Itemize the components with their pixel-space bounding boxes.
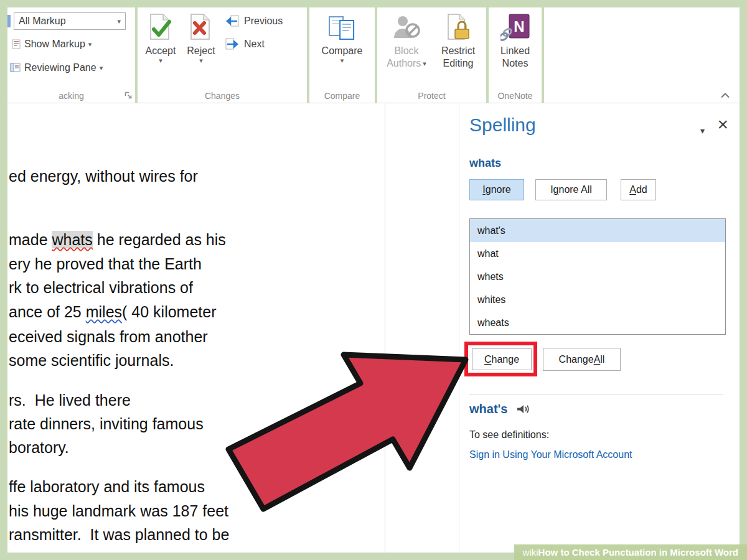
suggestion-item[interactable]: what's — [470, 219, 725, 242]
suggestion-item[interactable]: whites — [470, 288, 725, 311]
markup-view-value: All Markup — [19, 16, 66, 27]
document-line: ance of 25 miles( 40 kilometer — [9, 303, 217, 321]
document-line: some scientific journals. — [9, 352, 174, 370]
dialog-launcher-icon[interactable] — [124, 91, 133, 100]
suggestion-item[interactable]: what — [470, 242, 725, 265]
restrict-editing-label-line1: Restrict — [441, 45, 475, 57]
group-label-compare: Compare — [309, 91, 375, 101]
markup-view-row: All Markup ▾ — [7, 12, 126, 30]
reviewing-pane-button[interactable]: Reviewing Pane ▾ — [10, 62, 103, 73]
label-text: hange — [492, 354, 520, 365]
chevron-down-icon: ▾ — [423, 60, 426, 67]
text-segment: he regarded as his — [93, 231, 226, 248]
chevron-down-icon: ▾ — [199, 57, 203, 63]
linked-notes-button[interactable]: N Linked Notes — [500, 10, 530, 70]
ribbon-group-compare: Compare ▾ Compare — [309, 7, 375, 103]
chevron-down-icon: ▾ — [100, 65, 103, 71]
previous-next-column: Previous Next — [225, 12, 283, 53]
collapse-ribbon-icon[interactable] — [720, 92, 731, 99]
compare-button[interactable]: Compare ▾ — [322, 10, 363, 63]
restrict-editing-icon — [445, 10, 471, 45]
grammar-flagged-word[interactable]: miles — [86, 303, 122, 320]
misspelled-word[interactable]: whats — [52, 231, 92, 248]
ribbon-group-tracking: All Markup ▾ Show Markup ▾ — [7, 7, 135, 103]
block-authors-label-line1: Block — [394, 45, 418, 57]
block-authors-label-line2: Authors ▾ — [387, 57, 426, 70]
reviewing-pane-icon — [10, 63, 21, 73]
suggestion-item[interactable]: wheats — [470, 311, 725, 334]
text-segment: ( 40 kilometer — [122, 303, 216, 320]
show-markup-button[interactable]: Show Markup ▾ — [11, 39, 92, 50]
reject-icon — [189, 10, 214, 45]
label-text: ll — [600, 354, 604, 365]
definitions-hint: To see definitions: — [469, 429, 549, 441]
label-accelerator: A — [594, 354, 601, 365]
content-area: ed energy, without wires for made whats … — [7, 103, 740, 553]
reject-button[interactable]: Reject ▾ — [184, 10, 218, 63]
document-line: eceived signals from another — [9, 328, 208, 346]
restrict-editing-label-line2: Editing — [443, 57, 474, 70]
document-line: boratory. — [9, 439, 69, 457]
document-pane-divider — [385, 103, 385, 553]
accept-label: Accept — [146, 45, 176, 57]
suggestion-item[interactable]: whets — [470, 265, 725, 288]
wikihow-watermark: wikiHow to Check Punctuation in Microsof… — [514, 544, 747, 560]
restrict-editing-button[interactable]: Restrict Editing — [435, 10, 482, 70]
ribbon-group-onenote: N Linked Notes OneNote — [489, 7, 542, 103]
linked-notes-label-line2: Notes — [502, 57, 529, 70]
next-button[interactable]: Next — [225, 35, 283, 53]
display-for-review-icon — [7, 15, 11, 27]
next-label: Next — [244, 39, 265, 50]
document-line: ransmitter. It was planned to be — [9, 526, 229, 544]
previous-button[interactable]: Previous — [225, 12, 283, 30]
document-area[interactable]: ed energy, without wires for made whats … — [7, 103, 385, 553]
change-all-button[interactable]: Change All — [543, 348, 621, 371]
accept-button[interactable]: Accept ▾ — [143, 10, 179, 63]
compare-label: Compare — [322, 45, 363, 57]
chevron-down-icon: ▾ — [159, 57, 162, 63]
pane-title: Spelling — [469, 114, 536, 136]
signin-link[interactable]: Sign in Using Your Microsoft Account — [469, 449, 632, 460]
ignore-all-button[interactable]: Ignore All — [535, 179, 607, 200]
speaker-icon[interactable] — [516, 404, 530, 414]
next-icon — [225, 37, 240, 52]
compare-icon — [328, 10, 357, 45]
change-button[interactable]: Change — [472, 348, 532, 370]
document-line: ffe laboratory and its famous — [9, 478, 205, 496]
close-icon[interactable]: × — [717, 116, 728, 133]
word-review-screenshot: All Markup ▾ Show Markup ▾ — [0, 0, 747, 560]
pane-options-icon[interactable]: ▾ — [700, 126, 705, 136]
label-accelerator: A — [629, 184, 636, 195]
block-authors-icon — [392, 10, 421, 45]
chevron-down-icon: ▾ — [88, 41, 92, 47]
suggestions-list: what's what whets whites wheats — [469, 218, 726, 335]
document-line: rs. He lived there — [9, 391, 131, 409]
label-text: nore All — [558, 184, 591, 195]
previous-label: Previous — [244, 16, 283, 27]
document-line: made whats he regarded as his — [9, 231, 226, 249]
document-line: rk to electrical vibrations of — [9, 279, 193, 297]
reviewing-pane-label: Reviewing Pane — [24, 62, 96, 73]
add-button[interactable]: Add — [621, 179, 656, 200]
watermark-brand: wiki — [523, 547, 538, 558]
linked-notes-label-line1: Linked — [500, 45, 530, 57]
label-accelerator: C — [484, 354, 492, 365]
pane-section-divider — [469, 394, 723, 395]
markup-view-select[interactable]: All Markup ▾ — [14, 12, 126, 30]
block-authors-label-text: Authors — [387, 57, 421, 70]
pronounce-word: what's — [469, 402, 507, 416]
label-text: Change — [559, 354, 594, 365]
label-text: dd — [636, 184, 647, 195]
current-misspelled-word: whats — [469, 157, 501, 170]
document-line: ery he proved that the Earth — [9, 255, 202, 273]
group-label-changes: Changes — [138, 91, 307, 101]
block-authors-button[interactable]: Block Authors ▾ — [383, 10, 430, 70]
show-markup-label: Show Markup — [24, 39, 85, 50]
group-label-protect: Protect — [377, 91, 486, 101]
ribbon: All Markup ▾ Show Markup ▾ — [7, 7, 740, 103]
text-segment: made — [9, 231, 52, 248]
group-label-onenote: OneNote — [489, 91, 542, 101]
chevron-down-icon: ▾ — [117, 18, 121, 24]
ignore-button[interactable]: Ignore — [469, 179, 524, 200]
document-line: rate dinners, inviting famous — [9, 415, 204, 433]
